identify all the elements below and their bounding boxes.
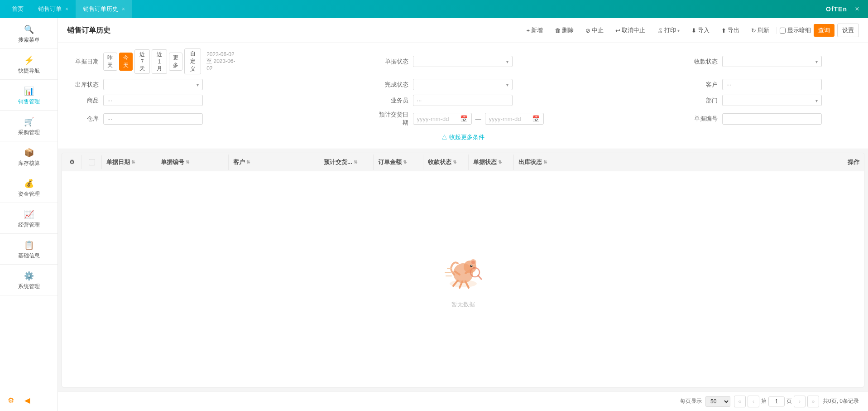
status-select[interactable] — [413, 56, 513, 67]
sidebar-item-search-menu[interactable]: 🔍 搜索菜单 — [0, 18, 58, 49]
stop-button[interactable]: ⊘ 中止 — [581, 24, 608, 37]
outbound-chevron-icon — [197, 81, 199, 88]
tab-home-label: 首页 — [12, 5, 24, 13]
delivery-date-to-input[interactable]: yyyy-mm-dd 📅 — [485, 113, 544, 125]
th-order-no-sort-icon: ⇅ — [186, 160, 189, 164]
page-size-label: 每页显示 — [680, 397, 702, 405]
tab-sales-order-history[interactable]: 销售订单历史 × — [76, 0, 132, 18]
th-date[interactable]: 单据日期 ⇅ — [102, 155, 156, 170]
th-amount-label: 订单金额 — [378, 158, 402, 166]
delete-button[interactable]: 🗑 删除 — [550, 24, 578, 37]
th-order-status[interactable]: 单据状态 ⇅ — [469, 155, 514, 170]
filter-row-product: 商品 ··· 业务员 ··· 部门 — [67, 95, 859, 106]
sidebar-item-system-mgmt[interactable]: ⚙️ 系统管理 — [0, 265, 58, 295]
svg-point-6 — [471, 265, 472, 266]
th-amount[interactable]: 订单金额 ⇅ — [374, 155, 423, 170]
tab-sales-order-history-close[interactable]: × — [122, 6, 125, 12]
dept-filter-label: 部门 — [686, 97, 722, 105]
date-btn-yesterday[interactable]: 昨天 — [103, 53, 117, 71]
table-area: ⚙ 单据日期 ⇅ 单据编号 ⇅ 客户 ⇅ 预计交货... — [62, 153, 864, 387]
product-select[interactable]: ··· — [103, 95, 203, 106]
date-btn-7days[interactable]: 近7天 — [134, 49, 150, 74]
delivery-date-to-placeholder: yyyy-mm-dd — [489, 116, 521, 122]
date-btn-more[interactable]: 更多 — [169, 53, 183, 71]
last-page-icon: » — [811, 398, 815, 405]
warehouse-select[interactable]: ··· — [103, 113, 203, 125]
prev-page-button[interactable]: ‹ — [748, 396, 759, 407]
sidebar-item-finance[interactable]: 💰 资金管理 — [0, 172, 58, 203]
th-settings[interactable]: ⚙ — [62, 155, 82, 169]
warehouse-filter-label: 仓库 — [67, 115, 103, 123]
query-button[interactable]: 查询 — [814, 24, 834, 37]
sidebar-item-inventory-label: 库存核算 — [18, 160, 40, 167]
th-amount-sort-icon: ⇅ — [403, 160, 407, 164]
date-btn-1month[interactable]: 近1月 — [152, 49, 167, 74]
add-button[interactable]: + 新增 — [522, 24, 547, 37]
last-page-button[interactable]: » — [807, 396, 819, 407]
pagination-bar: 每页显示 50 10 20 100 « ‹ 第 页 › — [58, 391, 868, 411]
th-delivery[interactable]: 预计交货... ⇅ — [319, 155, 374, 170]
cancel-stop-button-label: 取消中止 — [622, 26, 645, 34]
add-icon: + — [526, 27, 530, 34]
th-order-no[interactable]: 单据编号 ⇅ — [156, 155, 229, 170]
display-cols-checkbox[interactable] — [780, 28, 786, 34]
salesperson-select[interactable]: ··· — [413, 95, 513, 106]
page-title: 销售订单历史 — [67, 26, 110, 41]
dept-select[interactable] — [722, 95, 822, 106]
sidebar-item-search-menu-label: 搜索菜单 — [18, 36, 40, 44]
first-page-button[interactable]: « — [734, 396, 746, 407]
print-button[interactable]: 🖨 打印 ▾ — [652, 24, 684, 37]
sidebar-settings-icon[interactable]: ⚙ — [5, 394, 17, 406]
filter-row-status2: 出库状态 完成状态 客户 — [67, 79, 859, 90]
refresh-button[interactable]: ↻ 刷新 — [747, 24, 774, 37]
next-page-button[interactable]: › — [794, 396, 806, 407]
brand-label: OfTEn — [826, 5, 847, 13]
order-no-filter-label: 单据编号 — [686, 115, 722, 123]
th-checkbox[interactable] — [82, 155, 102, 169]
page-text: 第 — [761, 397, 767, 405]
salesperson-ellipsis-icon: ··· — [417, 97, 422, 104]
tab-sales-order-label: 销售订单 — [38, 5, 62, 13]
tab-sales-order-close[interactable]: × — [65, 6, 68, 12]
date-btn-custom[interactable]: 自定义 — [184, 48, 201, 74]
window-close-button[interactable]: × — [851, 3, 863, 15]
collapse-filter-button[interactable]: △ 收起更多条件 — [67, 131, 859, 143]
warehouse-ellipsis-icon: ··· — [107, 116, 112, 122]
cancel-stop-button[interactable]: ↩ 取消中止 — [611, 24, 650, 37]
th-payment-status[interactable]: 收款状态 ⇅ — [423, 155, 469, 170]
display-cols-checkbox-label[interactable]: 显示暗细 — [780, 26, 811, 34]
completion-status-select[interactable] — [413, 79, 513, 90]
order-no-input[interactable] — [722, 113, 822, 125]
th-customer[interactable]: 客户 ⇅ — [229, 155, 319, 170]
page-number-input[interactable] — [768, 396, 785, 406]
sidebar-item-basic-info[interactable]: 📋 基础信息 — [0, 234, 58, 265]
import-button[interactable]: ⬇ 导入 — [687, 24, 714, 37]
payment-status-select[interactable] — [722, 56, 822, 67]
header-checkbox[interactable] — [89, 159, 95, 165]
print-button-label: 打印 — [664, 26, 676, 34]
search-menu-icon: 🔍 — [24, 24, 34, 34]
th-delivery-status[interactable]: 出库状态 ⇅ — [514, 155, 559, 170]
customer-select[interactable]: ··· — [722, 79, 822, 90]
tab-home[interactable]: 首页 — [5, 0, 31, 18]
sidebar-item-sales-mgmt[interactable]: 📊 销售管理 — [0, 80, 58, 111]
sidebar-item-purchase-mgmt[interactable]: 🛒 采购管理 — [0, 111, 58, 141]
sidebar-item-operations[interactable]: 📈 经营管理 — [0, 203, 58, 234]
tab-sales-order-history-label: 销售订单历史 — [83, 5, 118, 13]
cancel-stop-icon: ↩ — [615, 27, 620, 34]
sidebar-item-quick-nav[interactable]: ⚡ 快捷导航 — [0, 49, 58, 80]
sidebar-item-inventory[interactable]: 📦 库存核算 — [0, 141, 58, 172]
delivery-date-from-input[interactable]: yyyy-mm-dd 📅 — [413, 113, 472, 125]
product-ellipsis-icon: ··· — [107, 97, 112, 104]
page-size-select[interactable]: 50 10 20 100 — [705, 396, 730, 407]
sales-mgmt-icon: 📊 — [24, 86, 34, 96]
outbound-status-select[interactable] — [103, 79, 203, 90]
delivery-date-filter-control: yyyy-mm-dd 📅 — yyyy-mm-dd 📅 — [413, 113, 550, 125]
quick-nav-icon: ⚡ — [24, 55, 34, 65]
sidebar-collapse-icon[interactable]: ◀ — [21, 394, 34, 406]
tab-sales-order[interactable]: 销售订单 × — [31, 0, 76, 18]
payment-status-chevron-icon — [815, 58, 818, 65]
date-btn-today[interactable]: 今天 — [119, 53, 133, 71]
settings-button[interactable]: 设置 — [837, 24, 859, 37]
export-button[interactable]: ⬆ 导出 — [717, 24, 744, 37]
